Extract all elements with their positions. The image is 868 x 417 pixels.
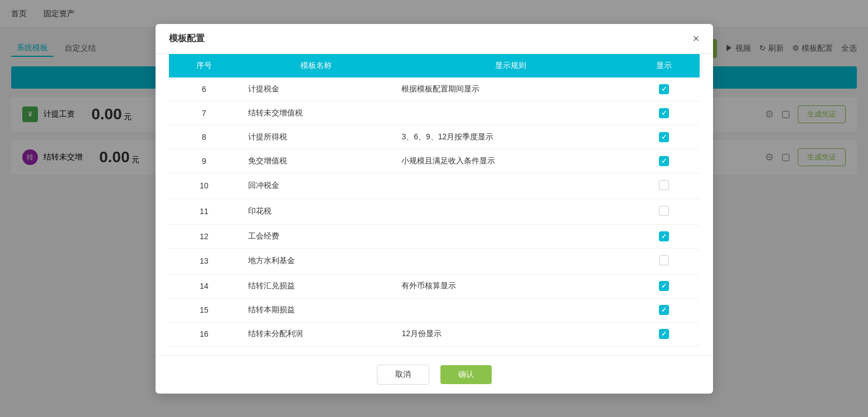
checkbox-16[interactable]	[659, 329, 669, 339]
cancel-button[interactable]: 取消	[377, 365, 429, 385]
cell-name: 结转本期损益	[239, 298, 392, 322]
cell-checkbox	[629, 125, 700, 149]
cell-name: 地方水利基金	[239, 248, 392, 274]
col-header-id: 序号	[169, 54, 240, 77]
cell-rule	[392, 224, 628, 248]
cell-checkbox	[629, 322, 700, 346]
table-row: 16结转未分配利润12月份显示	[169, 322, 700, 346]
cell-rule	[392, 298, 628, 322]
cell-rule: 12月份显示	[392, 322, 628, 346]
cell-name: 计提所得税	[239, 125, 392, 149]
cell-name: 结转未交增值税	[239, 101, 392, 125]
cell-id: 14	[169, 274, 240, 298]
cell-name: 工会经费	[239, 224, 392, 248]
table-row: 8计提所得税3、6、9、12月按季度显示	[169, 125, 700, 149]
cell-id: 16	[169, 322, 240, 346]
table-row: 13地方水利基金	[169, 248, 700, 274]
modal-footer: 取消 确认	[156, 355, 713, 394]
cell-name: 结转未分配利润	[239, 322, 392, 346]
cell-checkbox	[629, 149, 700, 173]
table-row: 6计提税金根据模板配置期间显示	[169, 77, 700, 101]
cell-id: 10	[169, 173, 240, 198]
confirm-button[interactable]: 确认	[440, 365, 492, 384]
cell-rule: 有外币核算显示	[392, 274, 628, 298]
cell-name: 计提税金	[239, 77, 392, 101]
cell-rule	[392, 198, 628, 224]
checkbox-6[interactable]	[659, 84, 669, 94]
table-row: 15结转本期损益	[169, 298, 700, 322]
cell-checkbox	[629, 224, 700, 248]
cell-id: 13	[169, 248, 240, 274]
checkbox-12[interactable]	[659, 231, 669, 241]
cell-rule	[392, 248, 628, 274]
cell-id: 7	[169, 101, 240, 125]
table-body: 6计提税金根据模板配置期间显示7结转未交增值税8计提所得税3、6、9、12月按季…	[169, 77, 700, 346]
config-table: 序号 模板名称 显示规则 显示 6计提税金根据模板配置期间显示7结转未交增值税8…	[169, 54, 700, 346]
modal-header: 模板配置 ×	[156, 24, 713, 54]
table-row: 14结转汇兑损益有外币核算显示	[169, 274, 700, 298]
cell-id: 11	[169, 198, 240, 224]
cell-rule: 小规模且满足收入条件显示	[392, 149, 628, 173]
checkbox-8[interactable]	[659, 132, 669, 142]
cell-name: 回冲税金	[239, 173, 392, 198]
checkbox-10[interactable]	[659, 180, 669, 190]
modal-close-button[interactable]: ×	[693, 33, 700, 44]
cell-checkbox	[629, 198, 700, 224]
checkbox-14[interactable]	[659, 281, 669, 291]
cell-id: 6	[169, 77, 240, 101]
checkbox-13[interactable]	[659, 255, 669, 265]
cell-checkbox	[629, 274, 700, 298]
cell-checkbox	[629, 77, 700, 101]
cell-name: 印花税	[239, 198, 392, 224]
cell-checkbox	[629, 298, 700, 322]
cell-rule	[392, 101, 628, 125]
table-header: 序号 模板名称 显示规则 显示	[169, 54, 700, 77]
cell-name: 免交增值税	[239, 149, 392, 173]
cell-id: 8	[169, 125, 240, 149]
modal-template-config: 模板配置 × 序号 模板名称 显示规则 显示 6计提税金根据模板配置期间显示7结…	[156, 24, 713, 394]
modal-body: 序号 模板名称 显示规则 显示 6计提税金根据模板配置期间显示7结转未交增值税8…	[156, 54, 713, 355]
cell-checkbox	[629, 248, 700, 274]
table-row: 12工会经费	[169, 224, 700, 248]
checkbox-15[interactable]	[659, 305, 669, 315]
cell-id: 9	[169, 149, 240, 173]
cell-id: 15	[169, 298, 240, 322]
modal-overlay: 模板配置 × 序号 模板名称 显示规则 显示 6计提税金根据模板配置期间显示7结…	[0, 0, 868, 417]
table-row: 9免交增值税小规模且满足收入条件显示	[169, 149, 700, 173]
col-header-name: 模板名称	[239, 54, 392, 77]
cell-checkbox	[629, 173, 700, 198]
cell-rule: 3、6、9、12月按季度显示	[392, 125, 628, 149]
col-header-rule: 显示规则	[392, 54, 628, 77]
table-row: 11印花税	[169, 198, 700, 224]
modal-title: 模板配置	[169, 33, 205, 45]
cell-rule	[392, 173, 628, 198]
cell-name: 结转汇兑损益	[239, 274, 392, 298]
checkbox-11[interactable]	[659, 206, 669, 216]
cell-rule: 根据模板配置期间显示	[392, 77, 628, 101]
cell-id: 12	[169, 224, 240, 248]
checkbox-7[interactable]	[659, 108, 669, 118]
col-header-show: 显示	[629, 54, 700, 77]
checkbox-9[interactable]	[659, 156, 669, 166]
cell-checkbox	[629, 101, 700, 125]
table-row: 10回冲税金	[169, 173, 700, 198]
table-row: 7结转未交增值税	[169, 101, 700, 125]
